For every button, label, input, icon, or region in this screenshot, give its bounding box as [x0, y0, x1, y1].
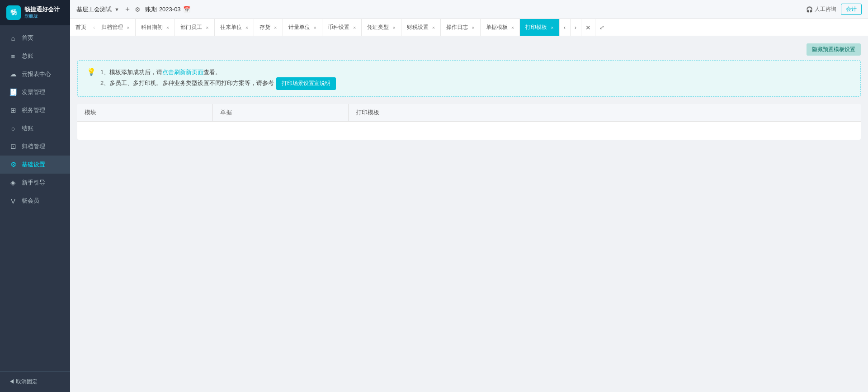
- sidebar-item-ledger[interactable]: ≡总账: [0, 47, 70, 65]
- member-icon: V: [9, 197, 17, 205]
- table-header-2: 打印模板: [349, 104, 861, 121]
- sidebar-item-label: 新手引导: [22, 179, 45, 187]
- tab-close-icon[interactable]: ×: [166, 25, 169, 30]
- sidebar-item-home[interactable]: ⌂首页: [0, 29, 70, 47]
- tab-item-0[interactable]: 归档管理×: [96, 19, 135, 36]
- tab-home[interactable]: 首页: [70, 19, 92, 36]
- sidebar-item-label: 总账: [22, 52, 33, 60]
- info-line2-prefix: 2、多员工、多打印机、多种业务类型设置不同打印方案等，请参考: [100, 80, 274, 86]
- sidebar-item-settings[interactable]: ⚙基础设置: [0, 156, 70, 174]
- home-icon: ⌂: [9, 34, 17, 42]
- sidebar-item-guide[interactable]: ◈新手引导: [0, 174, 70, 192]
- tab-close-icon[interactable]: ×: [206, 25, 208, 30]
- sidebar-footer-unpin[interactable]: ◀ 取消固定: [0, 371, 70, 392]
- settings-icon: ⚙: [9, 161, 17, 169]
- table-header-0: 模块: [77, 104, 213, 121]
- tab-close-icon[interactable]: ×: [392, 25, 395, 30]
- tab-item-6[interactable]: 币种设置×: [322, 19, 362, 36]
- main-area: 基层工会测试 ▼ ＋ ⚙ 账期 2023-03 📅 🎧 人工咨询 会计 首页 ‹: [70, 0, 868, 392]
- settings-icon[interactable]: ⚙: [135, 6, 141, 13]
- company-selector[interactable]: 基层工会测试 ▼: [76, 5, 119, 14]
- tab-expand[interactable]: ⤢: [595, 19, 609, 36]
- sidebar-item-label: 畅会员: [22, 197, 39, 205]
- print-scene-button[interactable]: 打印场景设置宣说明: [276, 77, 336, 90]
- sidebar-item-label: 基础设置: [22, 161, 45, 169]
- service-button[interactable]: 🎧 人工咨询: [806, 5, 836, 13]
- top-bar-right: 🎧 人工咨询 会计: [806, 4, 862, 15]
- tab-label: 部门员工: [180, 24, 202, 31]
- info-refresh-link[interactable]: 点击刷新新页面: [162, 69, 203, 76]
- tab-close-icon[interactable]: ×: [127, 25, 129, 30]
- tab-label: 凭证类型: [367, 24, 389, 31]
- tab-item-7[interactable]: 凭证类型×: [362, 19, 401, 36]
- sidebar-item-tax[interactable]: ⊞税务管理: [0, 101, 70, 119]
- sidebar-nav: ⌂首页≡总账☁云报表中心🧾发票管理⊞税务管理○结账⊡归档管理⚙基础设置◈新手引导…: [0, 25, 70, 371]
- calendar-icon: 📅: [183, 6, 190, 13]
- tab-item-11[interactable]: 打印模板×: [520, 19, 559, 36]
- add-tab-icon[interactable]: ＋: [124, 5, 131, 14]
- archive-icon: ⊡: [9, 142, 17, 151]
- tab-label: 财税设置: [407, 24, 429, 31]
- tab-item-1[interactable]: 科目期初×: [136, 19, 175, 36]
- sidebar-item-invoice[interactable]: 🧾发票管理: [0, 83, 70, 101]
- tab-close-icon[interactable]: ×: [353, 25, 356, 30]
- tab-close-icon[interactable]: ×: [511, 25, 514, 30]
- tab-close-icon[interactable]: ×: [432, 25, 435, 30]
- tab-close-icon[interactable]: ×: [314, 25, 316, 30]
- service-label: 人工咨询: [815, 5, 836, 13]
- sidebar-item-label: 归档管理: [22, 142, 45, 151]
- sidebar-item-label: 税务管理: [22, 106, 45, 114]
- sidebar-item-label: 首页: [22, 34, 33, 42]
- ledger-icon: ≡: [9, 52, 17, 60]
- logo-subtitle: 旗舰版: [24, 13, 60, 19]
- info-line1-suffix: 查看。: [203, 69, 221, 76]
- logo-icon: 畅: [6, 5, 21, 20]
- tab-nav-prev[interactable]: ‹: [560, 19, 571, 36]
- tab-bar: 首页 ‹ 归档管理×科目期初×部门员工×往来单位×存货×计量单位×币种设置×凭证…: [70, 19, 868, 36]
- tab-item-2[interactable]: 部门员工×: [175, 19, 214, 36]
- tab-label: 计量单位: [288, 24, 310, 31]
- unpin-label: ◀ 取消固定: [9, 378, 38, 386]
- info-box: 💡 1、模板添加成功后，请点击刷新新页面查看。 2、多员工、多打印机、多种业务类…: [77, 60, 861, 97]
- period-value: 2023-03: [159, 6, 181, 13]
- sidebar-item-archive[interactable]: ⊡归档管理: [0, 137, 70, 156]
- sidebar-item-label: 发票管理: [22, 88, 45, 96]
- sidebar-item-checkout[interactable]: ○结账: [0, 119, 70, 137]
- tab-close-icon[interactable]: ×: [274, 25, 277, 30]
- tab-item-3[interactable]: 往来单位×: [215, 19, 254, 36]
- checkout-icon: ○: [9, 125, 17, 132]
- tab-item-8[interactable]: 财税设置×: [401, 19, 441, 36]
- tab-label: 存货: [259, 24, 270, 31]
- table-body: [77, 122, 861, 140]
- bulb-icon: 💡: [87, 67, 96, 76]
- headset-icon: 🎧: [806, 6, 813, 13]
- account-button[interactable]: 会计: [841, 4, 862, 15]
- company-name: 基层工会测试: [76, 5, 112, 14]
- tab-label: 单据模板: [486, 24, 508, 31]
- tab-label: 打印模板: [525, 24, 547, 31]
- tab-label: 币种设置: [328, 24, 349, 31]
- tab-close-icon[interactable]: ×: [245, 25, 248, 30]
- tab-nav-next[interactable]: ›: [571, 19, 581, 36]
- tab-item-4[interactable]: 存货×: [254, 19, 283, 36]
- reports-icon: ☁: [9, 70, 17, 78]
- tab-label: 归档管理: [101, 24, 123, 31]
- tax-icon: ⊞: [9, 106, 17, 114]
- tab-item-10[interactable]: 单据模板×: [481, 19, 520, 36]
- hide-preview-button[interactable]: 隐藏预置模板设置: [807, 43, 861, 56]
- company-dropdown-icon: ▼: [114, 7, 119, 12]
- sidebar-item-label: 结账: [22, 124, 33, 132]
- tab-label: 科目期初: [141, 24, 163, 31]
- hide-preview-container: 隐藏预置模板设置: [77, 43, 861, 56]
- tab-close-icon[interactable]: ×: [472, 25, 474, 30]
- sidebar-item-reports[interactable]: ☁云报表中心: [0, 65, 70, 83]
- logo-title: 畅捷通好会计: [24, 6, 60, 13]
- content-area: 隐藏预置模板设置 💡 1、模板添加成功后，请点击刷新新页面查看。 2、多员工、多…: [70, 36, 868, 392]
- tab-item-9[interactable]: 操作日志×: [441, 19, 480, 36]
- sidebar-item-label: 云报表中心: [22, 70, 51, 78]
- tab-item-5[interactable]: 计量单位×: [283, 19, 322, 36]
- sidebar-item-member[interactable]: V畅会员: [0, 192, 70, 210]
- period-selector[interactable]: 账期 2023-03 📅: [145, 5, 190, 14]
- tab-close-icon[interactable]: ×: [551, 25, 553, 30]
- tab-close-current[interactable]: ✕: [581, 19, 595, 36]
